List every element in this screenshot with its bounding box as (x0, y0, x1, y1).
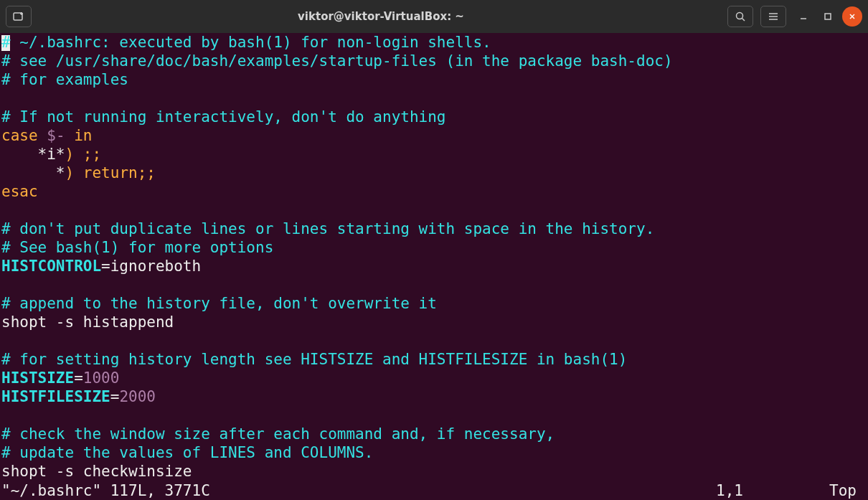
code-line: # check the window size after each comma… (1, 425, 867, 443)
maximize-icon (824, 12, 832, 21)
new-tab-icon (12, 10, 25, 23)
code-line: shopt -s histappend (1, 313, 867, 331)
editor-viewport[interactable]: # ~/.bashrc: executed by bash(1) for non… (0, 33, 868, 481)
svg-rect-9 (825, 14, 831, 19)
code-line: # If not running interactively, don't do… (1, 108, 867, 126)
code-line: # for examples (1, 70, 867, 89)
code-line: # See bash(1) for more options (1, 238, 867, 257)
code-line (1, 406, 867, 425)
svg-point-3 (737, 13, 743, 19)
code-line: case $- in (1, 126, 867, 145)
code-line (1, 331, 867, 350)
minimize-button[interactable] (793, 6, 813, 27)
search-icon (735, 11, 746, 22)
search-button[interactable] (727, 6, 753, 27)
code-line: # update the values of LINES and COLUMNS… (1, 443, 867, 462)
titlebar: viktor@viktor-VirtualBox: ~ (0, 0, 868, 33)
code-line: HISTSIZE=1000 (1, 369, 867, 387)
minimize-icon (799, 12, 808, 21)
close-button[interactable] (842, 6, 862, 27)
code-line (1, 201, 867, 220)
code-line: # see /usr/share/doc/bash/examples/start… (1, 52, 867, 70)
status-cursor-pos: 1,1 (716, 481, 824, 500)
code-line: # ~/.bashrc: executed by bash(1) for non… (1, 33, 867, 52)
code-line: *) return;; (1, 164, 867, 182)
code-line: HISTFILESIZE=2000 (1, 387, 867, 406)
code-line: HISTCONTROL=ignoreboth (1, 257, 867, 275)
status-file: "~/.bashrc" 117L, 3771C (1, 481, 716, 500)
code-line: # for setting history length see HISTSIZ… (1, 350, 867, 369)
code-line: # don't put duplicate lines or lines sta… (1, 220, 867, 238)
hamburger-icon (768, 11, 779, 22)
close-icon (848, 12, 857, 21)
menu-button[interactable] (760, 6, 786, 27)
maximize-button[interactable] (818, 6, 838, 27)
status-scroll-pct: Top (824, 481, 867, 500)
vim-status-line: "~/.bashrc" 117L, 3771C 1,1 Top (0, 481, 868, 500)
svg-line-4 (742, 19, 745, 22)
window-title: viktor@viktor-VirtualBox: ~ (34, 7, 727, 26)
code-line: # append to the history file, don't over… (1, 294, 867, 313)
code-line: esac (1, 182, 867, 201)
code-line (1, 89, 867, 108)
code-line: shopt -s checkwinsize (1, 462, 867, 481)
code-line: *i*) ;; (1, 145, 867, 164)
code-line (1, 275, 867, 294)
new-tab-button[interactable] (6, 6, 32, 27)
